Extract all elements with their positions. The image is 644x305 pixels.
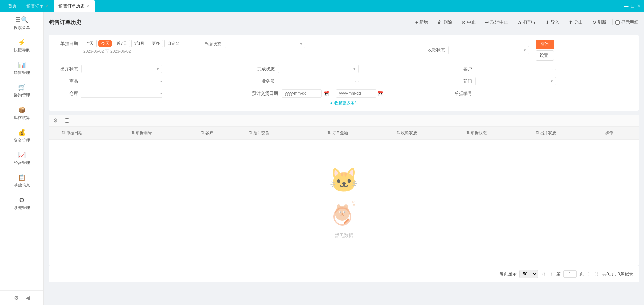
- display-detail-toggle[interactable]: 显示明细: [615, 19, 639, 25]
- operations-icon: 📈: [18, 151, 26, 159]
- tab-sales-order-history-label: 销售订单历史: [58, 3, 85, 9]
- page-title: 销售订单历史: [49, 19, 81, 26]
- complete-status-select[interactable]: ▾: [278, 65, 359, 73]
- th-order-amount[interactable]: ⇅ 订单金额: [325, 127, 394, 140]
- delete-icon: 🗑: [437, 20, 442, 25]
- display-detail-checkbox[interactable]: [615, 20, 620, 25]
- calendar-end-icon[interactable]: 📅: [378, 91, 383, 96]
- select-all-checkbox[interactable]: [65, 118, 69, 123]
- sidebar-item-purchase-mgmt[interactable]: 🛒 采购管理: [0, 80, 43, 102]
- stop-button[interactable]: ⊘ 中止: [458, 17, 479, 27]
- customer-more-icon[interactable]: ···: [552, 66, 556, 71]
- salesperson-more-icon[interactable]: ···: [355, 79, 359, 84]
- cancel-stop-icon: ↩: [485, 20, 489, 25]
- th-expected-delivery[interactable]: ⇅ 预计交货...: [246, 127, 325, 140]
- prev-page-btn[interactable]: ⟨: [549, 271, 554, 277]
- expected-delivery-start[interactable]: [282, 89, 322, 98]
- last-page-btn[interactable]: ⟩⟩: [594, 271, 600, 277]
- refresh-button[interactable]: ↻ 刷新: [589, 17, 610, 27]
- product-label: 商品: [54, 78, 81, 84]
- sidebar-item-operations[interactable]: 📈 经营管理: [0, 147, 43, 170]
- tab-sales-order[interactable]: 销售订单 ✕: [22, 0, 54, 12]
- th-delivery-status[interactable]: ⇅ 出库状态: [533, 127, 603, 140]
- today-btn[interactable]: 今天: [98, 40, 112, 47]
- sidebar-item-search-menu[interactable]: ☰🔍 搜索菜单: [0, 12, 43, 35]
- sidebar-item-quick-nav[interactable]: ⚡ 快捷导航: [0, 35, 43, 57]
- sidebar-bottom: ⚙ ◀: [0, 290, 43, 305]
- bill-status-select[interactable]: ▾: [225, 40, 305, 48]
- department-select[interactable]: ▾: [475, 77, 556, 85]
- th-customer[interactable]: ⇅ 客户: [198, 127, 246, 140]
- payment-status-select[interactable]: ▾: [448, 46, 529, 54]
- sidebar-item-finance[interactable]: 💰 资金管理: [0, 125, 43, 147]
- th-payment-status-label: ⇅ 收款状态: [397, 130, 417, 135]
- cancel-stop-button[interactable]: ↩ 取消中止: [482, 17, 511, 27]
- print-button[interactable]: 🖨 打印 ▾: [514, 17, 539, 27]
- first-page-btn[interactable]: ⟨⟨: [541, 271, 547, 277]
- svg-line-12: [353, 202, 355, 203]
- query-button[interactable]: 查询: [536, 40, 554, 49]
- last1month-btn[interactable]: 近1月: [131, 40, 148, 47]
- delivery-status-select[interactable]: ▾: [81, 65, 162, 73]
- tab-sales-order-history[interactable]: 销售订单历史 ✕: [54, 0, 95, 12]
- next-page-btn[interactable]: ⟩: [587, 271, 591, 277]
- data-table: ⇅ 单据日期 ⇅ 单据编号 ⇅ 客户 ⇅ 预计交货... ⇅ 订单金额: [49, 127, 639, 140]
- data-table-container: ⚙ ⇅ 单据日期 ⇅ 单据编号 ⇅ 客户: [49, 115, 639, 266]
- minimize-icon[interactable]: —: [624, 3, 629, 9]
- page-size-select[interactable]: 20 50 100: [519, 270, 538, 278]
- new-button[interactable]: + 新增: [412, 17, 431, 27]
- custom-date-btn[interactable]: 自定义: [164, 40, 182, 47]
- bill-status-chevron-icon: ▾: [300, 41, 302, 46]
- print-icon: 🖨: [517, 20, 522, 25]
- th-bill-number[interactable]: ⇅ 单据编号: [129, 127, 198, 140]
- tab-sales-order-close[interactable]: ✕: [46, 4, 49, 8]
- print-arrow-icon: ▾: [533, 20, 536, 25]
- basic-info-icon: 📋: [18, 174, 26, 181]
- table-toolbar: ⚙: [49, 115, 639, 127]
- sidebar-item-sales-mgmt[interactable]: 📊 销售管理: [0, 57, 43, 80]
- empty-state-svg: [324, 198, 364, 232]
- total-records: 共0页，0条记录: [602, 271, 633, 277]
- content-area: 销售订单历史 + 新增 🗑 删除 ⊘ 中止 ↩ 取消中止: [44, 12, 644, 305]
- expected-delivery-label: 预计交货日期: [251, 90, 282, 97]
- yesterday-btn[interactable]: 昨天: [83, 40, 97, 47]
- sidebar-item-system[interactable]: ⚙ 系统管理: [0, 192, 43, 215]
- current-page-input[interactable]: [563, 270, 577, 278]
- delivery-status-chevron-icon: ▾: [157, 66, 159, 71]
- close-window-icon[interactable]: ✕: [637, 3, 641, 9]
- th-bill-date[interactable]: ⇅ 单据日期: [59, 127, 129, 140]
- date-label: 单据日期: [54, 41, 81, 47]
- th-bill-date-label: ⇅ 单据日期: [62, 130, 82, 135]
- th-bill-status[interactable]: ⇅ 单据状态: [464, 127, 533, 140]
- tab-sales-order-history-close[interactable]: ✕: [87, 4, 90, 8]
- sidebar-item-inventory[interactable]: 📦 库存核算: [0, 102, 43, 125]
- settings-filter-button[interactable]: 设置: [536, 50, 554, 61]
- calendar-start-icon[interactable]: 📅: [323, 91, 329, 96]
- warehouse-more-icon[interactable]: ···: [158, 91, 162, 96]
- delete-button[interactable]: 🗑 删除: [434, 17, 456, 27]
- tab-home[interactable]: 首页: [3, 0, 22, 12]
- table-header-row: ⇅ 单据日期 ⇅ 单据编号 ⇅ 客户 ⇅ 预计交货... ⇅ 订单金额: [49, 127, 639, 140]
- import-button[interactable]: ⬇ 导入: [542, 17, 563, 27]
- product-more-icon[interactable]: ···: [158, 79, 162, 84]
- maximize-icon[interactable]: □: [631, 3, 634, 9]
- sidebar-collapse-icon[interactable]: ◀: [26, 295, 30, 301]
- last7days-btn[interactable]: 近7天: [114, 40, 130, 47]
- collapse-bar[interactable]: ▲ 收起更多条件: [54, 100, 633, 106]
- import-icon: ⬇: [545, 20, 549, 25]
- sidebar-item-basic-info[interactable]: 📋 基础信息: [0, 170, 43, 192]
- export-button[interactable]: ⬆ 导出: [565, 17, 586, 27]
- svg-point-6: [344, 212, 345, 213]
- th-payment-status[interactable]: ⇅ 收款状态: [394, 127, 464, 140]
- search-menu-icon: ☰🔍: [15, 16, 28, 24]
- date-quick-buttons: 昨天 今天 近7天 近1月 更多 自定义: [83, 40, 182, 47]
- more-date-btn[interactable]: 更多: [149, 40, 163, 47]
- sidebar-item-sales-mgmt-label: 销售管理: [14, 70, 30, 76]
- window-controls: — □ ✕: [624, 3, 641, 9]
- table-settings-icon[interactable]: ⚙: [53, 117, 58, 124]
- expected-delivery-end[interactable]: [336, 89, 376, 98]
- bill-status-label: 单据状态: [198, 41, 225, 47]
- department-chevron-icon: ▾: [551, 79, 553, 84]
- sidebar-settings-icon[interactable]: ⚙: [14, 295, 19, 301]
- delivery-status-label: 出库状态: [54, 66, 81, 72]
